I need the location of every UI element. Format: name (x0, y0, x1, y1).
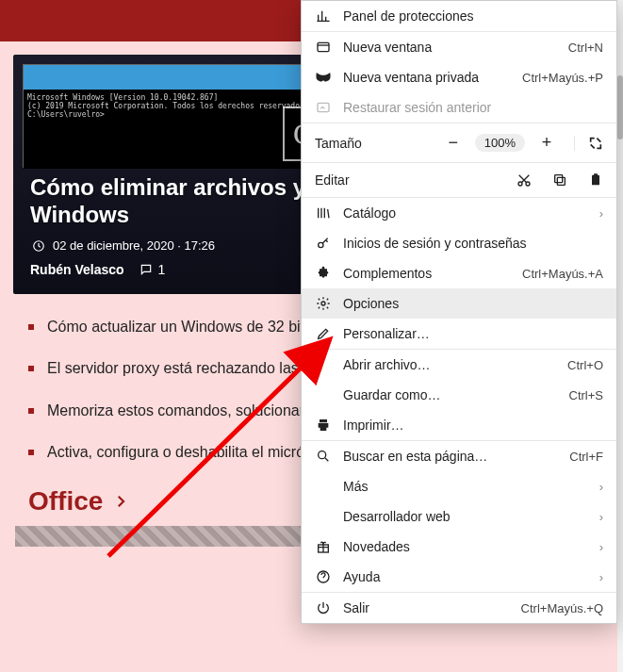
menu-logins[interactable]: Inicios de sesión y contraseñas (302, 228, 616, 258)
window-icon (315, 40, 332, 55)
menu-help[interactable]: Ayuda › (302, 562, 616, 592)
menu-more[interactable]: Más › (302, 471, 616, 501)
help-icon (315, 569, 332, 584)
browser-menu: Panel de protecciones Nueva ventana Ctrl… (301, 0, 617, 624)
menu-options[interactable]: Opciones (302, 288, 616, 319)
chevron-right-icon (112, 493, 129, 510)
scrollbar[interactable] (617, 0, 623, 672)
menu-print[interactable]: Imprimir… (302, 410, 616, 440)
library-icon (315, 205, 332, 221)
svg-point-9 (319, 242, 323, 247)
chevron-right-icon: › (599, 480, 603, 494)
menu-library[interactable]: Catálogo › (302, 198, 616, 228)
svg-point-11 (319, 451, 326, 459)
search-icon (315, 449, 332, 464)
menu-new-window[interactable]: Nueva ventana Ctrl+N (302, 32, 616, 62)
comment-count[interactable]: 1 (138, 262, 166, 277)
menu-save-as[interactable]: Guardar como… Ctrl+S (302, 380, 616, 410)
svg-point-10 (321, 302, 325, 305)
svg-rect-7 (592, 175, 599, 186)
menu-whatsnew[interactable]: Novedades › (302, 532, 616, 562)
menu-edit-row: Editar (302, 163, 616, 197)
key-icon (315, 236, 332, 251)
svg-rect-8 (594, 173, 598, 176)
chevron-right-icon: › (599, 570, 603, 584)
mask-icon (315, 72, 332, 83)
paint-icon (315, 326, 332, 341)
chevron-right-icon: › (599, 540, 603, 554)
menu-protections[interactable]: Panel de protecciones (302, 1, 616, 31)
gear-icon (315, 296, 332, 311)
zoom-value: 100% (475, 134, 525, 152)
menu-restore-session: Restaurar sesión anterior (302, 92, 616, 123)
menu-exit[interactable]: Salir Ctrl+Mayús.+Q (302, 593, 616, 623)
comment-icon (138, 263, 155, 276)
copy-button[interactable] (552, 172, 567, 188)
power-icon (315, 600, 332, 615)
chevron-right-icon: › (599, 510, 603, 524)
paste-button[interactable] (588, 172, 603, 188)
clock-icon (30, 239, 47, 253)
menu-open-file[interactable]: Abrir archivo… Ctrl+O (302, 350, 616, 380)
gift-icon (315, 539, 332, 554)
menu-webdev[interactable]: Desarrollador web › (302, 501, 616, 532)
menu-customize[interactable]: Personalizar… (302, 319, 616, 349)
chart-icon (315, 8, 332, 24)
menu-zoom-row: Tamaño − 100% + (302, 123, 616, 162)
puzzle-icon (315, 266, 332, 281)
zoom-in-button[interactable]: + (538, 133, 555, 153)
svg-rect-1 (318, 42, 329, 51)
print-icon (315, 418, 332, 433)
cut-button[interactable] (516, 172, 532, 188)
restore-icon (315, 100, 332, 115)
article-author: Rubén Velasco (30, 262, 124, 277)
chevron-right-icon: › (599, 206, 603, 221)
menu-addons[interactable]: Complementos Ctrl+Mayús.+A (302, 258, 616, 288)
menu-find[interactable]: Buscar en esta página… Ctrl+F (302, 441, 616, 471)
svg-rect-5 (557, 177, 565, 185)
menu-new-private[interactable]: Nueva ventana privada Ctrl+Mayús.+P (302, 62, 616, 92)
svg-rect-6 (555, 175, 563, 183)
scrollbar-thumb[interactable] (617, 75, 623, 139)
fullscreen-button[interactable] (574, 136, 603, 151)
zoom-out-button[interactable]: − (445, 133, 462, 153)
